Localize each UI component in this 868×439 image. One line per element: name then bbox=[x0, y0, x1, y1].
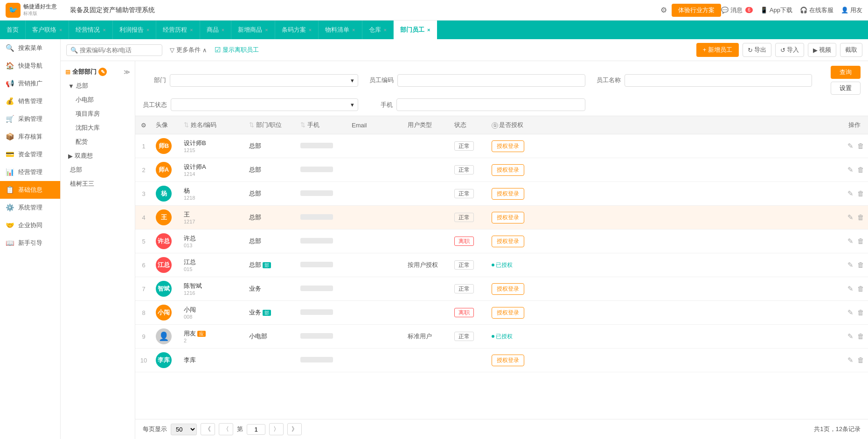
page-input[interactable] bbox=[247, 424, 265, 435]
col-dept[interactable]: ⇅ 部门/职位 bbox=[245, 116, 297, 134]
emp-code-input[interactable] bbox=[397, 74, 585, 87]
sidebar-item-系统管理[interactable]: ⚙️系统管理 bbox=[0, 199, 60, 216]
dept-filter-select[interactable]: ▾ bbox=[170, 74, 358, 87]
dept-item-项目库房[interactable]: 项目库房 bbox=[61, 107, 135, 121]
sidebar-item-基础信息[interactable]: 📋基础信息 bbox=[0, 181, 60, 199]
delete-icon[interactable]: 🗑 bbox=[857, 261, 864, 269]
next-page-button[interactable]: 〉 bbox=[269, 423, 284, 435]
first-page-button[interactable]: 《 bbox=[201, 423, 215, 435]
sidebar-item-企业协同[interactable]: 🤝企业协同 bbox=[0, 216, 60, 234]
add-employee-button[interactable]: + 新增员工 bbox=[696, 43, 739, 57]
export-button[interactable]: ↻ 导出 bbox=[743, 43, 771, 57]
edit-icon[interactable]: ✎ bbox=[847, 332, 854, 341]
dept-collapse-icon[interactable]: ≫ bbox=[124, 69, 130, 76]
auth-button[interactable]: 授权登录 bbox=[492, 355, 524, 366]
dept-item-小电部[interactable]: 小电部 bbox=[61, 93, 135, 107]
auth-button[interactable]: 授权登录 bbox=[492, 164, 524, 176]
view-button[interactable]: ▶ 视频 bbox=[808, 43, 836, 57]
dept-settings-icon[interactable]: ✎ bbox=[98, 68, 107, 76]
tab-close-icon[interactable]: × bbox=[265, 27, 268, 33]
search-input[interactable] bbox=[80, 47, 158, 54]
last-page-button[interactable]: 》 bbox=[287, 423, 302, 435]
edit-icon[interactable]: ✎ bbox=[847, 166, 854, 174]
nav-tab-部门员工[interactable]: 部门员工× bbox=[394, 21, 437, 39]
nav-tab-利润报告[interactable]: 利润报告× bbox=[113, 21, 156, 39]
edit-icon[interactable]: ✎ bbox=[847, 142, 854, 150]
edit-icon[interactable]: ✎ bbox=[847, 213, 854, 222]
tab-close-icon[interactable]: × bbox=[146, 27, 149, 33]
phone-input[interactable] bbox=[396, 98, 585, 111]
tab-close-icon[interactable]: × bbox=[222, 27, 224, 33]
nav-tab-商品[interactable]: 商品× bbox=[200, 21, 231, 39]
reset-button[interactable]: 设置 bbox=[831, 82, 861, 95]
sidebar-item-搜索菜单[interactable]: 🔍搜索菜单 bbox=[0, 39, 60, 57]
sidebar-item-经营管理[interactable]: 📊经营管理 bbox=[0, 163, 60, 181]
edit-icon[interactable]: ✎ bbox=[847, 356, 854, 364]
dept-item-沈阳大库[interactable]: 沈阳大库 bbox=[61, 121, 135, 135]
auth-button[interactable]: 授权登录 bbox=[492, 236, 524, 247]
delete-icon[interactable]: 🗑 bbox=[857, 142, 864, 150]
app-download-button[interactable]: 📱 App下载 bbox=[760, 6, 792, 14]
more-button[interactable]: 截取 bbox=[840, 43, 862, 57]
tab-close-icon[interactable]: × bbox=[384, 27, 387, 33]
nav-tab-条码方案[interactable]: 条码方案× bbox=[275, 21, 319, 39]
message-button[interactable]: 💬 消息 6 bbox=[721, 6, 753, 14]
nav-tab-经营情况[interactable]: 经营情况× bbox=[69, 21, 112, 39]
dept-item-总部[interactable]: ▼ 总部 bbox=[61, 79, 135, 93]
delete-icon[interactable]: 🗑 bbox=[857, 308, 864, 317]
tab-close-icon[interactable]: × bbox=[59, 27, 62, 33]
search-box[interactable]: 🔍 bbox=[66, 44, 162, 56]
delete-icon[interactable]: 🗑 bbox=[857, 285, 864, 293]
edit-icon[interactable]: ✎ bbox=[847, 308, 854, 317]
tab-close-icon[interactable]: × bbox=[309, 27, 312, 33]
auth-button[interactable]: 授权登录 bbox=[492, 140, 524, 152]
edit-icon[interactable]: ✎ bbox=[847, 189, 854, 198]
import-button[interactable]: ↺ 导入 bbox=[775, 43, 804, 57]
dept-item-双鹿想[interactable]: ▶ 双鹿想 bbox=[61, 149, 135, 163]
tab-close-icon[interactable]: × bbox=[103, 27, 105, 33]
delete-icon[interactable]: 🗑 bbox=[857, 356, 864, 364]
delete-icon[interactable]: 🗑 bbox=[857, 237, 864, 245]
delete-icon[interactable]: 🗑 bbox=[857, 166, 864, 174]
sidebar-item-快捷导航[interactable]: 🏠快捷导航 bbox=[0, 57, 60, 75]
per-page-select[interactable]: 50 100 200 bbox=[171, 424, 197, 435]
tab-close-icon[interactable]: × bbox=[190, 27, 193, 33]
sidebar-item-营销推广[interactable]: 📢营销推广 bbox=[0, 75, 60, 92]
trial-button[interactable]: 体验行业方案 bbox=[672, 4, 721, 17]
col-settings[interactable]: ⚙ bbox=[135, 116, 152, 134]
auth-button[interactable]: 授权登录 bbox=[492, 212, 524, 223]
user-button[interactable]: 👤 用友 bbox=[841, 6, 862, 14]
auth-button[interactable]: 授权登录 bbox=[492, 307, 524, 319]
nav-tab-客户联络[interactable]: 客户联络× bbox=[26, 21, 69, 39]
edit-icon[interactable]: ✎ bbox=[847, 261, 854, 269]
gear-icon[interactable]: ⚙ bbox=[660, 6, 667, 14]
auth-button[interactable]: 授权登录 bbox=[492, 283, 524, 295]
nav-tab-新增商品[interactable]: 新增商品× bbox=[231, 21, 275, 39]
nav-tab-物料清单[interactable]: 物料清单× bbox=[319, 21, 362, 39]
tab-close-icon[interactable]: × bbox=[427, 27, 430, 33]
show-resigned-checkbox[interactable]: ☑ 显示离职员工 bbox=[215, 46, 259, 54]
tab-close-icon[interactable]: × bbox=[352, 27, 355, 33]
sidebar-item-资金管理[interactable]: 💳资金管理 bbox=[0, 146, 60, 163]
delete-icon[interactable]: 🗑 bbox=[857, 213, 864, 222]
sidebar-item-新手引导[interactable]: 📖新手引导 bbox=[0, 234, 60, 252]
emp-status-select[interactable]: ▾ bbox=[171, 98, 358, 111]
prev-page-button[interactable]: 〈 bbox=[219, 423, 233, 435]
dept-item-总部[interactable]: 总部 bbox=[61, 163, 135, 177]
nav-tab-经营历程[interactable]: 经营历程× bbox=[156, 21, 200, 39]
delete-icon[interactable]: 🗑 bbox=[857, 189, 864, 198]
sidebar-item-库存核算[interactable]: 📦库存核算 bbox=[0, 128, 60, 146]
delete-icon[interactable]: 🗑 bbox=[857, 332, 864, 341]
query-button[interactable]: 查询 bbox=[831, 66, 861, 79]
dept-item-植树王三[interactable]: 植树王三 bbox=[61, 177, 135, 191]
sidebar-item-销售管理[interactable]: 💰销售管理 bbox=[0, 92, 60, 110]
more-filter-button[interactable]: ▽ 更多条件 ∧ bbox=[166, 44, 211, 56]
sidebar-item-采购管理[interactable]: 🛒采购管理 bbox=[0, 110, 60, 128]
edit-icon[interactable]: ✎ bbox=[847, 285, 854, 293]
dept-item-配货[interactable]: 配货 bbox=[61, 135, 135, 149]
col-phone[interactable]: ⇅ 手机 bbox=[297, 116, 348, 134]
edit-icon[interactable]: ✎ bbox=[847, 237, 854, 245]
col-name[interactable]: ⇅ 姓名/编码 bbox=[180, 116, 245, 134]
emp-name-input[interactable] bbox=[625, 74, 812, 87]
auth-button[interactable]: 授权登录 bbox=[492, 188, 524, 200]
